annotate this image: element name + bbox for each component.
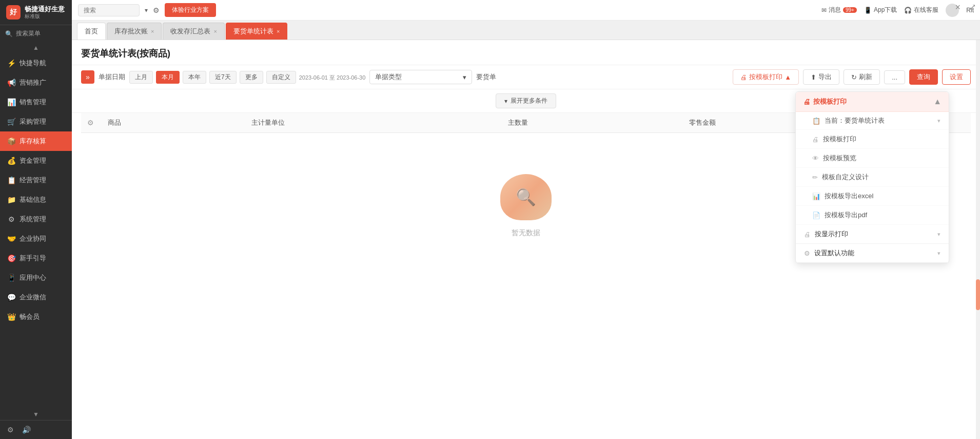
sidebar-item-newbie[interactable]: 🎯 新手引导	[0, 249, 72, 268]
app-download-icon: 📱	[864, 7, 872, 14]
message-btn[interactable]: ✉ 消息 99+	[821, 6, 857, 14]
sidebar-item-sales[interactable]: 📊 销售管理	[0, 92, 72, 112]
table-header-unit: 主计量单位	[245, 113, 501, 133]
sidebar-item-appstore[interactable]: 📱 应用中心	[0, 268, 72, 288]
print-dropdown-panel: 🖨 按模板打印 ▲ 📋 当前：要货单统计表 ▾ 🖨 按模板打印	[795, 91, 949, 263]
sidebar-item-quick-nav[interactable]: ⚡ 快捷导航	[0, 53, 72, 73]
close-window-btn[interactable]: ×	[951, 0, 965, 15]
sidebar-item-purchase[interactable]: 🛒 采购管理	[0, 112, 72, 131]
sidebar-search-label: 搜索菜单	[16, 29, 41, 38]
sidebar-scroll-down[interactable]: ▼	[0, 409, 72, 420]
sidebar-item-wecom[interactable]: 💬 企业微信	[0, 288, 72, 307]
marketing-icon: 📢	[7, 79, 15, 87]
table-header-product: 商品	[102, 113, 245, 133]
tab-order-stats[interactable]: 要货单统计表 ×	[226, 23, 287, 40]
footer-settings-btn[interactable]: ⚙	[7, 426, 14, 434]
expand-more-btn[interactable]: ▾ 展开更多条件	[496, 93, 556, 108]
sidebar-item-finance[interactable]: 💰 资金管理	[0, 151, 72, 170]
date-btn-this-year[interactable]: 本年	[183, 71, 206, 84]
sidebar-search[interactable]: 🔍 搜索菜单	[0, 25, 72, 42]
tab-batch-account[interactable]: 库存批次账 ×	[107, 23, 162, 40]
tab-collection-summary[interactable]: 收发存汇总表 ×	[163, 23, 224, 40]
app-download-btn[interactable]: 📱 App下载	[864, 6, 897, 14]
date-btn-more[interactable]: 更多	[240, 71, 263, 84]
sidebar-item-marketing[interactable]: 📢 营销推广	[0, 73, 72, 92]
default-settings-arrow: ▾	[937, 250, 940, 257]
dropdown-default-settings[interactable]: ⚙ 设置默认功能 ▾	[796, 244, 949, 263]
app-edition: 标准版	[25, 13, 65, 20]
scrollbar-thumb[interactable]	[976, 279, 980, 310]
sidebar-item-system[interactable]: ⚙ 系统管理	[0, 209, 72, 229]
page-title: 要货单统计表(按商品)	[81, 47, 971, 60]
export-btn[interactable]: ⬆ 导出	[803, 69, 839, 85]
refresh-btn[interactable]: ↻ 刷新	[844, 69, 880, 85]
sidebar-item-label: 销售管理	[19, 98, 46, 107]
tab-home[interactable]: 首页	[77, 23, 106, 40]
date-btn-custom[interactable]: 自定义	[266, 71, 296, 84]
printer-icon: 🖨	[740, 73, 747, 81]
home-tab-label: 首页	[85, 27, 98, 36]
dropdown-header: 🖨 按模板打印 ▲	[796, 92, 949, 112]
footer-audio-btn[interactable]: 🔊	[22, 426, 31, 434]
dropdown-template-print[interactable]: 🖨 按模板打印	[796, 130, 949, 149]
dropdown-template-custom[interactable]: ✏ 模板自定义设计	[796, 168, 949, 187]
sidebar-footer: ⚙ 🔊	[0, 420, 72, 439]
maximize-btn[interactable]: ⤢	[965, 0, 980, 14]
expand-icon: ▾	[504, 98, 507, 105]
table-header-quantity: 主数量	[502, 113, 683, 133]
settings-btn[interactable]: 设置	[942, 69, 971, 85]
app-name: 畅捷通好生意	[25, 5, 65, 13]
batch-account-close-btn[interactable]: ×	[151, 29, 154, 34]
sidebar-item-operations[interactable]: 📋 经营管理	[0, 170, 72, 190]
date-btn-prev-month[interactable]: 上月	[129, 71, 153, 84]
online-service-btn[interactable]: 🎧 在线客服	[904, 6, 938, 14]
sidebar-item-basic[interactable]: 📁 基础信息	[0, 190, 72, 209]
template-pdf-icon: 📄	[812, 212, 820, 219]
dropdown-template-preview[interactable]: 👁 按模板预览	[796, 149, 949, 168]
collection-summary-close-btn[interactable]: ×	[213, 29, 217, 34]
display-print-icon: 🖨	[804, 231, 811, 238]
topbar-search-input[interactable]	[78, 4, 140, 16]
topbar-gear-btn[interactable]: ⚙	[153, 6, 160, 14]
dropdown-current-template[interactable]: 📋 当前：要货单统计表 ▾	[796, 112, 949, 130]
trial-btn[interactable]: 体验行业方案	[165, 3, 216, 17]
filter-toolbar: » 单据日期 上月 本月 本年 近7天 更多 自定义 2023-06-01 至 …	[72, 65, 980, 89]
sidebar-scroll-up[interactable]: ▲	[0, 42, 72, 53]
order-stats-label: 要货单统计表	[233, 27, 273, 36]
quick-nav-icon: ⚡	[7, 59, 15, 67]
app-logo-icon: 好	[6, 5, 21, 20]
query-btn[interactable]: 查询	[909, 69, 938, 85]
topbar-dropdown-btn[interactable]: ▾	[145, 7, 148, 14]
type-filter-select[interactable]: 单据类型 ▾	[369, 70, 472, 84]
batch-account-label: 库存批次账	[114, 27, 148, 36]
order-stats-close-btn[interactable]: ×	[277, 29, 280, 34]
dropdown-display-print[interactable]: 🖨 按显示打印 ▾	[796, 225, 949, 244]
sidebar-item-collab[interactable]: 🤝 企业协同	[0, 229, 72, 249]
topbar: ▾ ⚙ 体验行业方案 ✉ 消息 99+ 📱 App下载 🎧 在线客服 Rit	[72, 0, 980, 21]
date-label: 单据日期	[99, 72, 125, 82]
sidebar-item-label: 系统管理	[19, 215, 46, 224]
print-header-icon: 🖨	[803, 98, 810, 106]
type-dropdown-icon: ▾	[463, 73, 466, 81]
empty-illustration	[500, 174, 552, 220]
table-column-settings-btn[interactable]: ⚙	[87, 119, 94, 127]
sidebar-item-inventory[interactable]: 📦 库存核算	[0, 131, 72, 151]
date-btn-this-month[interactable]: 本月	[156, 71, 180, 84]
dropdown-template-pdf[interactable]: 📄 按模板导出pdf	[796, 206, 949, 225]
dropdown-close-btn[interactable]: ▲	[933, 97, 942, 106]
template-print-icon: 🖨	[812, 136, 819, 143]
template-preview-icon: 👁	[812, 155, 819, 162]
operations-icon: 📋	[7, 176, 15, 184]
collab-icon: 🤝	[7, 235, 15, 243]
dropdown-template-excel[interactable]: 📊 按模板导出excel	[796, 187, 949, 206]
print-template-btn[interactable]: 🖨 按模板打印 ▲	[733, 69, 799, 85]
member-icon: 👑	[7, 313, 15, 321]
refresh-icon: ↻	[851, 73, 857, 81]
more-options-btn[interactable]: ...	[884, 70, 905, 84]
toolbar-expand-btn[interactable]: »	[81, 70, 94, 84]
tabbar: 首页 库存批次账 × 收发存汇总表 × 要货单统计表 × × ⤢	[72, 21, 980, 40]
main-area: ▾ ⚙ 体验行业方案 ✉ 消息 99+ 📱 App下载 🎧 在线客服 Rit 首…	[72, 0, 980, 439]
date-btn-7days[interactable]: 近7天	[209, 71, 237, 84]
sidebar-item-member[interactable]: 👑 畅会员	[0, 307, 72, 327]
headset-icon: 🎧	[904, 7, 912, 14]
